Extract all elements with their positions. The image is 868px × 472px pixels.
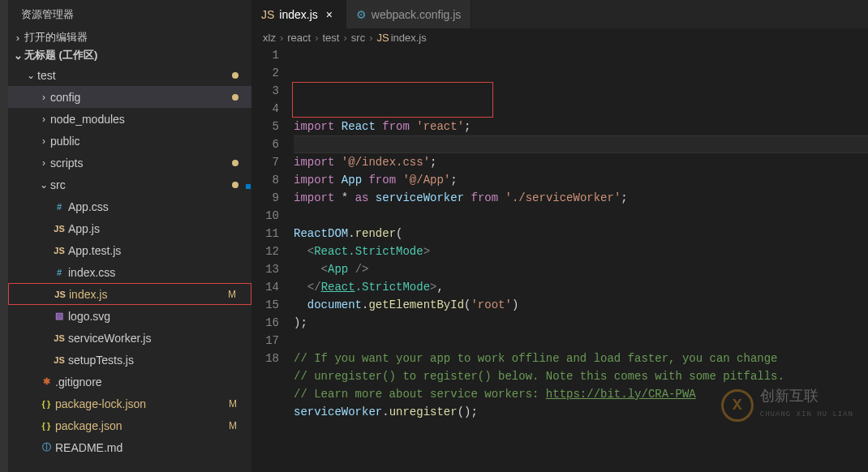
opened-editors-section[interactable]: › 打开的编辑器 (8, 28, 251, 46)
file-item[interactable]: JSApp.js (8, 217, 251, 239)
file-item[interactable]: JSsetupTests.js (8, 349, 251, 371)
file-item[interactable]: JSserviceWorker.js (8, 327, 251, 349)
chevron-down-icon: ⌄ (24, 70, 37, 81)
line-number: 2 (251, 64, 279, 82)
file-item[interactable]: #index.css (8, 261, 251, 283)
code-line[interactable]: ); (294, 314, 868, 332)
info-file-icon: ⓘ (37, 441, 55, 453)
file-label: package.json (55, 419, 229, 432)
line-number: 10 (251, 207, 279, 225)
file-item[interactable]: JSApp.test.js (8, 239, 251, 261)
editor-tab[interactable]: ⚙webpack.config.js (346, 0, 472, 28)
code-line[interactable]: ReactDOM.render( (294, 225, 868, 242)
annotation-highlight-box (292, 82, 493, 118)
code-line[interactable]: // Learn more about service workers: htt… (294, 385, 868, 403)
line-number: 11 (251, 225, 279, 242)
chevron-right-icon: › (312, 32, 320, 44)
file-label: App.js (68, 222, 243, 235)
folder-item[interactable]: ⌄test (8, 64, 251, 86)
line-number: 6 (251, 135, 279, 153)
explorer-sidebar: 资源管理器 › 打开的编辑器 ⌄ 无标题 (工作区) ⌄test›config›… (8, 0, 251, 472)
chevron-down-icon: ⌄ (11, 49, 24, 62)
breadcrumb-segment[interactable]: react (287, 32, 311, 44)
breadcrumb-segment[interactable]: test (322, 32, 339, 44)
code-content[interactable]: import React from 'react';import ReactDO… (294, 46, 868, 472)
code-line[interactable]: </React.StrictMode>, (294, 278, 868, 296)
code-line[interactable]: import * as serviceWorker from './servic… (294, 189, 868, 207)
image-file-icon: ▧ (50, 311, 68, 321)
line-number: 13 (251, 260, 279, 278)
chevron-right-icon: › (37, 92, 50, 103)
code-line[interactable] (294, 421, 868, 439)
js-file-icon: JS (51, 290, 69, 299)
code-line[interactable]: serviceWorker.unregister(); (294, 403, 868, 421)
line-number: 9 (251, 189, 279, 207)
breadcrumbs[interactable]: xlz›react›test›src›JSindex.js (251, 28, 868, 46)
code-line[interactable] (294, 332, 868, 350)
line-number: 18 (251, 350, 279, 367)
line-number-gutter: 123456789101112131415161718 (251, 46, 294, 472)
file-item[interactable]: JSindex.jsM (8, 283, 251, 305)
css-file-icon: # (50, 202, 68, 212)
js-file-icon: JS (50, 224, 68, 234)
line-number: 17 (251, 332, 279, 350)
editor-body[interactable]: 123456789101112131415161718 import React… (251, 46, 868, 472)
file-label: index.js (69, 288, 228, 301)
file-item[interactable]: #App.css (8, 195, 251, 217)
code-line[interactable]: <React.StrictMode> (294, 242, 868, 260)
folder-item[interactable]: ›node_modules (8, 108, 251, 130)
code-line[interactable]: // If you want your app to work offline … (294, 350, 868, 367)
modified-indicator: M (229, 398, 243, 410)
folder-item[interactable]: ›config (8, 86, 251, 108)
code-line[interactable]: import '@/index.css'; (294, 153, 868, 171)
breadcrumb-segment[interactable]: index.js (391, 32, 427, 44)
status-dot-icon (232, 160, 238, 166)
folder-label: config (50, 91, 232, 104)
file-item[interactable]: { }package.jsonM (8, 414, 251, 436)
code-line[interactable]: import App from '@/App'; (294, 171, 868, 189)
folder-item[interactable]: ›scripts (8, 152, 251, 174)
editor-tab[interactable]: JSindex.js× (251, 0, 346, 28)
tab-bar: JSindex.js×⚙webpack.config.js (251, 0, 868, 28)
file-item[interactable]: ▧logo.svg (8, 305, 251, 327)
json-file-icon: { } (37, 399, 55, 409)
line-number: 7 (251, 153, 279, 171)
code-line[interactable] (294, 207, 868, 225)
file-tree: ⌄test›config›node_modules›public›scripts… (8, 64, 251, 472)
js-file-icon: JS (50, 246, 68, 255)
folder-label: node_modules (50, 113, 243, 126)
css-file-icon: # (50, 268, 68, 277)
file-item[interactable]: ✱.gitignore (8, 371, 251, 393)
code-line[interactable]: import React from 'react'; (294, 118, 868, 135)
code-line[interactable]: document.getElementById('root') (294, 296, 868, 314)
tab-label: index.js (279, 8, 317, 21)
code-line[interactable]: // unregister() to register() below. Not… (294, 367, 868, 385)
js-file-icon: JS (376, 32, 389, 44)
file-item[interactable]: ⓘREADME.md (8, 436, 251, 458)
breadcrumb-segment[interactable]: xlz (263, 32, 276, 44)
folder-item[interactable]: ›public (8, 130, 251, 152)
chevron-right-icon: › (37, 114, 50, 125)
sidebar-title: 资源管理器 (8, 0, 251, 28)
folder-label: scripts (50, 157, 232, 169)
line-number: 3 (251, 82, 279, 100)
file-label: serviceWorker.js (68, 332, 243, 345)
file-label: App.test.js (68, 244, 243, 257)
chevron-down-icon: ⌄ (37, 179, 50, 191)
file-label: package-lock.json (55, 397, 229, 410)
chevron-right-icon: › (277, 32, 286, 44)
code-line[interactable]: <App /> (294, 260, 868, 278)
activity-bar[interactable] (0, 0, 8, 472)
chevron-right-icon: › (367, 32, 375, 44)
js-file-icon: JS (50, 355, 68, 365)
file-item[interactable]: { }package-lock.jsonM (8, 393, 251, 414)
folder-item[interactable]: ⌄src (8, 174, 251, 195)
close-icon[interactable]: × (323, 8, 336, 21)
workspace-section[interactable]: ⌄ 无标题 (工作区) (8, 46, 251, 64)
breadcrumb-segment[interactable]: src (351, 32, 365, 44)
line-number: 5 (251, 118, 279, 135)
chevron-right-icon: › (11, 32, 24, 44)
status-dot-icon (232, 72, 238, 79)
file-label: .gitignore (55, 375, 243, 388)
chevron-right-icon: › (341, 32, 349, 44)
